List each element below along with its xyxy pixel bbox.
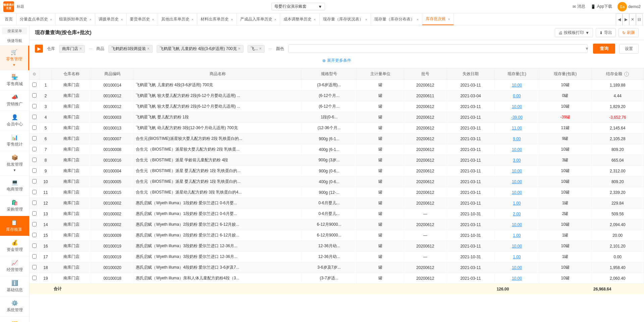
row-checkbox[interactable] xyxy=(30,133,40,144)
search-menu-input[interactable] xyxy=(2,28,27,34)
product-filter-tag2[interactable]: 飞鹤星飞帆 儿童奶粉 4段(3-6岁适用) 700克 × xyxy=(157,45,244,53)
col-checkbox-header[interactable]: ⚙ xyxy=(30,68,40,80)
row-qty-main[interactable]: 9.00 xyxy=(495,133,539,144)
tab-close-split-inventory[interactable]: × xyxy=(50,17,52,21)
sidebar-item-finance[interactable]: 💰 资金管理 xyxy=(0,236,29,256)
refresh-btn[interactable]: ↻ 刷新 xyxy=(619,28,639,37)
row-qty-main[interactable]: 3.00 xyxy=(495,155,539,166)
tab-close-all[interactable]: ✕ xyxy=(629,13,636,25)
row-qty-main[interactable]: 10.00 xyxy=(495,219,539,230)
tab-close-inventory-dist[interactable]: × xyxy=(417,17,419,21)
sidebar-item-wholesale[interactable]: 📦 批发管理 ▼ xyxy=(0,151,29,176)
color-filter-input[interactable] xyxy=(288,44,588,53)
app-download-btn[interactable]: 📱 App下载 xyxy=(591,4,612,9)
row-qty-main[interactable]: 10.00 xyxy=(495,144,539,155)
row-qty-main[interactable]: 10.00 xyxy=(495,166,539,176)
expand-conditions-btn[interactable]: ⊕ 展开更多条件 xyxy=(322,58,351,63)
product-filter-tag3[interactable]: 飞... × xyxy=(248,45,265,53)
sidebar-item-business[interactable]: 📈 经营管理 xyxy=(0,256,29,276)
template-print-btn[interactable]: 🖨 按模板打印 ▼ xyxy=(555,28,593,37)
filter-expand-btn[interactable]: ▶ xyxy=(35,45,43,53)
export-btn[interactable]: ⬇ 导出 xyxy=(596,28,616,37)
tab-cost-adjust[interactable]: 成本调整单历史 × xyxy=(280,14,319,25)
sidebar-item-inventory[interactable]: 📋 库存核算 xyxy=(0,216,29,236)
tab-close-material-out[interactable]: × xyxy=(231,17,233,21)
tab-close-inventory-status[interactable]: × xyxy=(365,17,367,21)
sidebar-item-marketing[interactable]: 📣 营销推广 xyxy=(0,91,29,111)
row-checkbox[interactable] xyxy=(30,123,40,133)
tab-close-other-out[interactable]: × xyxy=(192,17,194,21)
row-checkbox[interactable] xyxy=(30,91,40,101)
sidebar-nav-quick[interactable]: 快捷导航 xyxy=(0,36,29,46)
row-qty-main[interactable]: 10.00 xyxy=(495,80,539,91)
query-btn[interactable]: 查询 xyxy=(593,44,615,54)
row-checkbox[interactable] xyxy=(30,219,40,230)
product-more-dots[interactable]: ··· xyxy=(269,46,272,51)
row-qty-main[interactable]: 10.00 xyxy=(495,176,539,187)
row-checkbox[interactable] xyxy=(30,166,40,176)
row-qty-main[interactable]: 11.00 xyxy=(495,123,539,133)
tab-menu[interactable]: ⊟ xyxy=(636,13,643,25)
row-checkbox[interactable] xyxy=(30,187,40,198)
tab-inventory-status[interactable]: 现存量（库存状况表） × xyxy=(320,14,371,25)
warehouse-select[interactable]: 母婴行业演示账套 ▼ xyxy=(271,3,325,10)
user-menu[interactable]: Ea demo2 xyxy=(618,2,641,11)
balance-info-icon[interactable]: i xyxy=(624,72,629,76)
row-checkbox[interactable] xyxy=(30,241,40,252)
row-checkbox[interactable] xyxy=(30,155,40,166)
gear-icon[interactable]: ⚙ xyxy=(33,72,36,76)
sidebar-item-member[interactable]: 👤 会员中心 xyxy=(0,111,29,131)
tab-transfer[interactable]: 调拨单历史 × xyxy=(95,14,126,25)
sidebar-item-enterprise[interactable]: 🤝 企业协同 xyxy=(0,317,29,322)
tab-nav-right[interactable]: ▶ xyxy=(623,13,629,25)
tab-close-batch-ledger[interactable]: × xyxy=(448,17,450,21)
warehouse-filter-tag[interactable]: 南库门店 × xyxy=(59,45,85,53)
tab-close-product-in[interactable]: × xyxy=(274,17,276,21)
row-qty-main[interactable]: 10.00 xyxy=(495,273,539,284)
product-tag2-close[interactable]: × xyxy=(238,46,240,51)
tab-requisition[interactable]: 要货单历史 × xyxy=(126,14,158,25)
row-checkbox[interactable] xyxy=(30,176,40,187)
sidebar-item-retail-stats[interactable]: 📊 零售统计 xyxy=(0,131,29,151)
row-qty-main[interactable]: 0.00 xyxy=(495,91,539,101)
row-qty-main[interactable]: -39.00 xyxy=(495,112,539,123)
row-qty-main[interactable]: 1.00 xyxy=(495,198,539,209)
sidebar-item-retail[interactable]: 🛒 零售管理 ▼ xyxy=(0,46,29,70)
sidebar-item-basic[interactable]: ℹ️ 基础信息 xyxy=(0,276,29,297)
sidebar-item-system[interactable]: ⚙️ 系统管理 xyxy=(0,297,29,317)
row-qty-main[interactable]: 10.00 xyxy=(495,262,539,273)
product-tag1-close[interactable]: × xyxy=(147,46,150,51)
row-checkbox[interactable] xyxy=(30,112,40,123)
row-qty-main[interactable]: 1.00 xyxy=(495,252,539,262)
product-filter-tag1[interactable]: 飞鹤奶粉3段两提装 × xyxy=(108,45,153,53)
row-qty-main[interactable]: 1.00 xyxy=(495,230,539,241)
product-tag3-close[interactable]: × xyxy=(259,46,262,51)
row-checkbox[interactable] xyxy=(30,273,40,284)
warehouse-more-dots[interactable]: ··· xyxy=(89,46,92,51)
tab-product-in[interactable]: 产成品入库单历史 × xyxy=(237,14,280,25)
tab-inventory-dist[interactable]: 现存量（库存分布表） × xyxy=(371,14,422,25)
row-checkbox[interactable] xyxy=(30,252,40,262)
sidebar-item-ecommerce[interactable]: 💻 电商管理 xyxy=(0,176,29,196)
row-qty-main[interactable]: 10.00 xyxy=(495,101,539,112)
row-checkbox[interactable] xyxy=(30,262,40,273)
row-checkbox[interactable] xyxy=(30,101,40,112)
row-checkbox[interactable] xyxy=(30,80,40,91)
row-checkbox[interactable] xyxy=(30,198,40,209)
row-checkbox[interactable] xyxy=(30,144,40,155)
row-checkbox[interactable] xyxy=(30,230,40,241)
sidebar-item-retail-shop[interactable]: 🏪 零售商城 xyxy=(0,70,29,91)
row-checkbox[interactable] xyxy=(30,209,40,219)
tab-home[interactable]: 首页 xyxy=(1,14,16,25)
setting-btn[interactable]: 设置 xyxy=(619,44,639,54)
tab-batch-ledger[interactable]: 库存批次账 × xyxy=(422,14,453,25)
tab-close-disassemble[interactable]: × xyxy=(89,17,91,21)
tab-nav-left[interactable]: ◀ xyxy=(616,13,623,25)
tab-other-out[interactable]: 其他出库单历史 × xyxy=(158,14,197,25)
tab-close-cost-adjust[interactable]: × xyxy=(314,17,316,21)
tab-close-requisition[interactable]: × xyxy=(152,17,154,21)
row-qty-main[interactable]: 10.00 xyxy=(495,241,539,252)
tab-close-transfer[interactable]: × xyxy=(121,17,123,21)
warehouse-tag-close[interactable]: × xyxy=(79,46,82,51)
row-qty-main[interactable]: 2.00 xyxy=(495,209,539,219)
